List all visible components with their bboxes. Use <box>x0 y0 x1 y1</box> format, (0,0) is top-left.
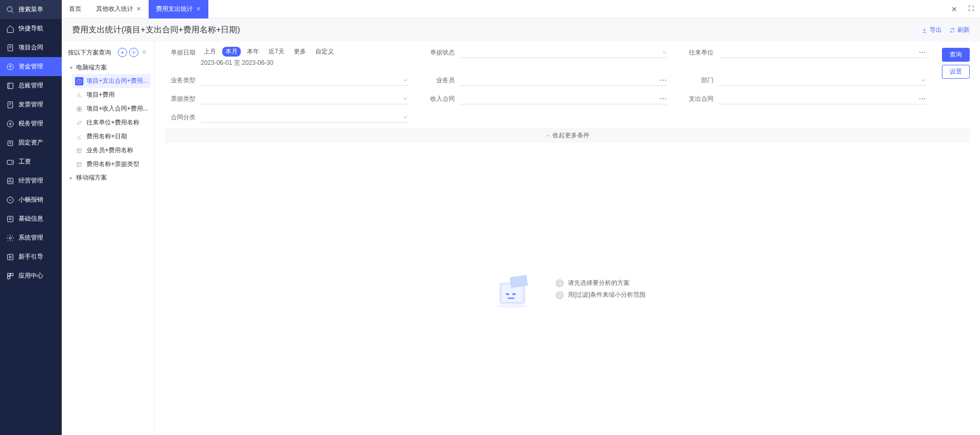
scheme-item-label: 业务员+费用名称 <box>86 146 133 155</box>
biz-type-select[interactable] <box>201 75 408 86</box>
contract-class-select[interactable] <box>201 112 408 123</box>
sidebar-item-funds[interactable]: 资金管理 <box>0 57 62 76</box>
sidebar-item-expense[interactable]: 小畅报销 <box>0 190 62 209</box>
close-icon[interactable]: ✕ <box>136 6 141 12</box>
svg-rect-13 <box>8 254 13 260</box>
svg-rect-14 <box>8 273 10 276</box>
sidebar-item-invoice[interactable]: 发票管理 <box>0 95 62 114</box>
filter-label-biz-type: 业务类型 <box>165 75 195 85</box>
filter-label-expense-contract: 支出合同 <box>683 93 714 103</box>
svg-point-17 <box>133 52 135 53</box>
bar-chart-icon <box>75 91 83 99</box>
sidebar-item-operation[interactable]: 经营管理 <box>0 171 62 190</box>
bill-type-select[interactable] <box>201 93 408 104</box>
filter-label-salesperson: 业务员 <box>424 75 455 85</box>
svg-rect-16 <box>8 276 10 279</box>
department-select[interactable] <box>719 75 926 86</box>
expense-contract-lookup[interactable]: ⋯ <box>719 93 926 104</box>
sidebar-label: 搜索菜单 <box>19 5 43 14</box>
svg-rect-30 <box>510 275 528 288</box>
sidebar-item-quicknav[interactable]: 快捷导航 <box>0 19 62 38</box>
tab-label: 首页 <box>69 5 81 13</box>
sidebar-item-assets[interactable]: 固定资产 <box>0 133 62 152</box>
svg-rect-28 <box>512 293 516 295</box>
sidebar-item-system[interactable]: 系统管理 <box>0 228 62 247</box>
scheme-item-label: 项目+支出合同+费用... <box>86 77 148 85</box>
scheme-item[interactable]: 项目+支出合同+费用... <box>72 74 151 88</box>
filter-label-department: 部门 <box>683 75 714 85</box>
tree-group-desktop[interactable]: ▾电脑端方案 <box>65 61 151 74</box>
filter-label-contract-class: 合同分类 <box>165 112 195 122</box>
refresh-label: 刷新 <box>957 26 970 34</box>
tree-group-mobile[interactable]: ▸移动端方案 <box>65 171 151 184</box>
add-scheme-button[interactable]: + <box>118 48 127 57</box>
play-icon <box>6 253 14 261</box>
sidebar-item-salary[interactable]: 工资 <box>0 152 62 171</box>
date-opt-more[interactable]: 更多 <box>291 47 309 57</box>
scheme-item-label: 费用名称+票据类型 <box>86 160 139 169</box>
scheme-item[interactable]: 费用名称+票据类型 <box>72 157 151 171</box>
more-icon: ⋯ <box>660 76 667 84</box>
sidebar-item-basic[interactable]: 基础信息 <box>0 209 62 228</box>
tab-home[interactable]: 首页 <box>62 0 89 19</box>
scheme-item[interactable]: 往来单位+费用名称 <box>72 116 151 130</box>
scheme-item-label: 费用名称+日期 <box>86 132 127 141</box>
sidebar-item-contract[interactable]: 项目合同 <box>0 38 62 57</box>
date-opt-this-month[interactable]: 本月 <box>222 47 241 57</box>
tree-group-label: 电脑端方案 <box>76 63 107 72</box>
sidebar-label: 小畅报销 <box>19 195 43 204</box>
refresh-button[interactable]: 刷新 <box>949 26 970 34</box>
unit-lookup[interactable]: ⋯ <box>719 47 926 58</box>
sidebar-item-appcenter[interactable]: 应用中心 <box>0 266 62 285</box>
search-button[interactable]: 查询 <box>942 48 970 62</box>
svg-rect-20 <box>80 107 82 109</box>
line-chart-icon <box>75 133 83 141</box>
scheme-item-label: 项目+费用 <box>86 90 115 99</box>
tab-other-income[interactable]: 其他收入统计✕ <box>89 0 149 19</box>
svg-point-12 <box>9 237 11 239</box>
fullscreen-button[interactable] <box>963 5 980 13</box>
date-opt-this-year[interactable]: 本年 <box>244 47 262 57</box>
tabs-close-all[interactable]: ✕ <box>946 5 963 13</box>
scheme-item[interactable]: 项目+收入合同+费用... <box>72 102 151 116</box>
collapse-filters-button[interactable]: 收起更多条件 <box>165 128 970 143</box>
empty-illustration-icon <box>489 263 540 315</box>
more-icon: ⋯ <box>919 95 926 103</box>
collapse-panel-button[interactable] <box>140 48 148 57</box>
close-icon[interactable]: ✕ <box>196 6 201 12</box>
scheme-title: 按以下方案查询 <box>68 48 111 57</box>
sidebar-item-guide[interactable]: 新手引导 <box>0 247 62 266</box>
collapse-label: 收起更多条件 <box>553 131 590 140</box>
date-opt-last-month[interactable]: 上月 <box>201 47 219 57</box>
date-opt-custom[interactable]: 自定义 <box>312 47 337 57</box>
scheme-item[interactable]: 费用名称+日期 <box>72 130 151 143</box>
salesperson-lookup[interactable]: ⋯ <box>460 75 668 86</box>
sidebar: 搜索菜单 快捷导航 项目合同 资金管理 总账管理 发票管理 税务管理 固定资产 … <box>0 0 62 435</box>
sidebar-item-ledger[interactable]: 总账管理 <box>0 76 62 95</box>
search-icon <box>6 6 14 14</box>
export-button[interactable]: 导出 <box>921 26 942 34</box>
sidebar-item-search[interactable]: 搜索菜单 <box>0 0 62 19</box>
scheme-panel: 按以下方案查询 + ▾电脑端方案 项目+支出合同+费用... 项目+费用 项目+… <box>62 42 154 435</box>
scheme-item[interactable]: 项目+费用 <box>72 88 151 102</box>
tab-label: 费用支出统计 <box>156 5 193 13</box>
sidebar-label: 工资 <box>19 157 31 166</box>
sidebar-label: 基础信息 <box>19 214 43 223</box>
sidebar-item-tax[interactable]: 税务管理 <box>0 114 62 133</box>
date-opt-7days[interactable]: 近7天 <box>265 47 288 57</box>
more-icon: ⋯ <box>919 48 926 57</box>
receipt-status-select[interactable] <box>460 47 668 58</box>
tab-expense-stats[interactable]: 费用支出统计✕ <box>149 0 208 19</box>
sidebar-label: 应用中心 <box>19 271 43 280</box>
home-icon <box>6 25 14 33</box>
scheme-item[interactable]: 业务员+费用名称 <box>72 143 151 157</box>
export-label: 导出 <box>930 26 942 34</box>
settings-button[interactable]: 设置 <box>942 65 970 79</box>
page-title: 费用支出统计(项目+支出合同+费用名称+日期) <box>72 25 240 35</box>
filter-label-receipt-status: 单据状态 <box>424 47 455 57</box>
scheme-settings-button[interactable] <box>129 48 138 57</box>
income-contract-lookup[interactable]: ⋯ <box>460 93 668 104</box>
svg-rect-11 <box>8 216 13 222</box>
filter-label-receipt-date: 单据日期 <box>165 47 195 57</box>
filter-label-income-contract: 收入合同 <box>424 93 455 103</box>
